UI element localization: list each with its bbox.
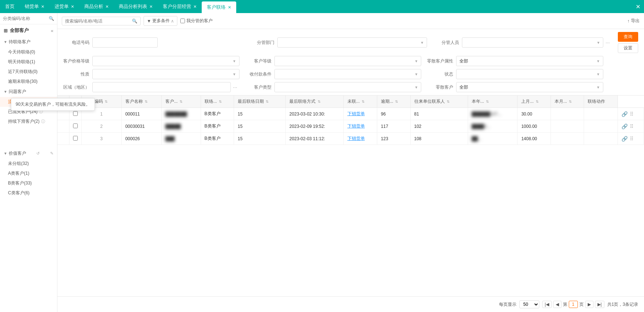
my-customers-checkbox[interactable] <box>180 19 185 23</box>
query-button[interactable]: 查询 <box>618 32 638 42</box>
tab-analysis-list[interactable]: 商品分析列表 ✕ <box>114 0 158 13</box>
sort-last-type-icon[interactable]: ⇅ <box>318 100 321 104</box>
tab-analysis[interactable]: 商品分析 ✕ <box>79 0 114 13</box>
sidebar-group-value-title[interactable]: ▼ 价值客户 ↺ ✎ <box>0 148 57 159</box>
sidebar-group-pending-title[interactable]: ▼ 待联络客户 <box>0 37 57 47</box>
settings-button[interactable]: 设置 <box>618 43 638 53</box>
action-link-icon-1[interactable]: 🔗 <box>621 123 628 129</box>
tab-sales-label: 销货单 <box>25 3 39 10</box>
filter-field-customer-type: 客户类型 ▼ <box>245 82 422 92</box>
sidebar-search-icon: 🔍 <box>49 16 54 21</box>
sort-contact-icon[interactable]: ⇅ <box>219 100 222 104</box>
tab-customer-segment-close[interactable]: ✕ <box>193 4 197 9</box>
tab-customer-contact[interactable]: 客户联络 ✕ <box>202 1 236 13</box>
tab-customer-contact-close[interactable]: ✕ <box>228 5 231 10</box>
action-more-icon-2[interactable]: ⠿ <box>630 136 633 142</box>
sidebar-item-declining[interactable]: 持续下滑客户(2) ⓘ <box>0 117 57 126</box>
sort-date-icon[interactable]: ⇅ <box>266 100 269 104</box>
row-checkbox-2[interactable] <box>69 133 81 145</box>
row-thismonth-0 <box>584 108 617 120</box>
action-link-icon-2[interactable]: 🔗 <box>621 136 628 142</box>
filter-select-customer-level[interactable]: ▼ <box>274 56 422 66</box>
row-name-1: █████ <box>161 120 201 133</box>
last-page-button[interactable]: ▶| <box>595 301 604 308</box>
tab-home[interactable]: 首页 <box>0 0 20 13</box>
row-contact-type-0[interactable]: 下销货单 <box>343 108 377 120</box>
sort-month-icon[interactable]: ⇅ <box>569 100 572 104</box>
filter-field-phone: 电话号码 <box>63 37 242 48</box>
sidebar-item-tomorrow[interactable]: 明天待联络(1) <box>0 57 57 67</box>
tab-sales-close[interactable]: ✕ <box>41 4 44 9</box>
edit-icon[interactable]: ✎ <box>50 151 53 156</box>
refresh-icon[interactable]: ↺ <box>36 151 40 156</box>
sort-nocontact-icon[interactable]: ⇅ <box>362 100 365 104</box>
sidebar-item-c-class-label: C类客户(6) <box>8 190 29 196</box>
sort-code-icon[interactable]: ⇅ <box>105 100 108 104</box>
action-more-icon-1[interactable]: ⠿ <box>630 123 633 129</box>
sidebar-item-b-class[interactable]: B类客户(33) <box>0 178 57 188</box>
filter-select-scatter[interactable]: 全部 ▼ <box>456 82 603 92</box>
sidebar-item-today[interactable]: 今天待联络(0) <box>0 47 57 57</box>
ellipsis-person[interactable]: ··· <box>603 40 612 45</box>
filter-select-person[interactable]: ▼ <box>462 37 603 48</box>
sort-year-icon[interactable]: ⇅ <box>486 100 489 104</box>
sort-type-icon[interactable]: ⇅ <box>180 100 182 104</box>
sidebar-item-overdue[interactable]: 逾期未联络(30) <box>0 77 57 86</box>
filter-select-status[interactable]: ▼ <box>456 69 603 79</box>
tab-purchase-close[interactable]: ✕ <box>71 4 74 9</box>
sidebar-item-7days[interactable]: 近7天待联络(0) <box>0 67 57 77</box>
sort-lastmonth-icon[interactable]: ⇅ <box>536 100 539 104</box>
export-icon: ↑ <box>627 19 629 24</box>
total-label: 共1页，3条记录 <box>607 301 638 308</box>
filter-select-price-level[interactable]: ▼ <box>92 56 240 66</box>
row-no-contact-0: 96 <box>377 108 410 120</box>
filter-field-payment: 收付款条件 ▼ <box>245 69 422 79</box>
filter-select-scatter-attr[interactable]: 全部 ▼ <box>456 56 603 66</box>
action-btns: 查询 设置 <box>618 32 638 53</box>
export-button[interactable]: ↑ 导出 <box>627 18 640 24</box>
filter-field-dept: 分管部门 ▼ <box>248 37 427 48</box>
more-conditions-button[interactable]: ▼ 更多条件 ∧ <box>144 16 177 26</box>
collapse-icon[interactable]: « <box>51 28 53 33</box>
filter-select-nature[interactable]: ▼ <box>92 69 240 79</box>
search-button-icon[interactable]: 🔍 <box>132 19 137 24</box>
filter-field-price-level: 客户价格等级 ▼ <box>63 56 240 66</box>
tab-purchase[interactable]: 进货单 ✕ <box>49 0 79 13</box>
filter-select-region[interactable] <box>92 82 231 92</box>
filter-input-phone[interactable] <box>92 37 158 48</box>
action-more-icon-0[interactable]: ⠿ <box>630 111 633 117</box>
sidebar-item-a-class[interactable]: A类客户(1) <box>0 169 57 178</box>
row-contact-type-1[interactable]: 下销货单 <box>343 120 377 133</box>
tab-customer-segment[interactable]: 客户分层经营 ✕ <box>158 0 202 13</box>
sort-name-icon[interactable]: ⇅ <box>145 100 148 104</box>
tab-home-label: 首页 <box>5 3 15 10</box>
tab-bar-close[interactable]: ✕ <box>636 3 644 10</box>
first-page-button[interactable]: |◀ <box>542 301 552 308</box>
tab-analysis-close[interactable]: ✕ <box>105 4 109 9</box>
sort-person-icon[interactable]: ⇅ <box>447 100 450 104</box>
sidebar-group-problem-title[interactable]: ▼ 问题客户 <box>0 86 57 97</box>
table-header-row: ⚙ 客户编码 ⇅ 客户名称 ⇅ 客户... ⇅ 联络... ⇅ 最后联络日期 ⇅… <box>57 96 644 108</box>
prev-page-button[interactable]: ◀ <box>553 301 562 308</box>
next-page-button[interactable]: ▶ <box>585 301 593 308</box>
sidebar-item-ungrouped[interactable]: 未分组(32) <box>0 159 57 169</box>
filter-select-payment[interactable]: ▼ <box>274 69 422 79</box>
action-link-icon-0[interactable]: 🔗 <box>621 111 628 117</box>
sort-overdue-icon[interactable]: ⇅ <box>395 100 398 104</box>
tab-sales[interactable]: 销货单 ✕ <box>20 0 49 13</box>
filter-select-customer-type[interactable]: ▼ <box>274 82 422 92</box>
sidebar-all-customers[interactable]: ⊞ 全部客户 « <box>0 24 57 37</box>
sidebar-item-today-label: 今天待联络(0) <box>8 49 35 55</box>
filter-select-dept[interactable]: ▼ <box>277 37 427 48</box>
per-page-select[interactable]: 50 20 100 <box>519 300 539 308</box>
row-checkbox-1[interactable] <box>69 120 81 133</box>
sidebar-item-ungrouped-label: 未分组(32) <box>8 161 29 167</box>
row-contact-type-2[interactable]: 下销货单 <box>343 133 377 145</box>
sidebar-search-input[interactable] <box>3 16 47 21</box>
search-input[interactable] <box>65 19 130 24</box>
row-year-1: 1000.00 <box>518 120 551 133</box>
ellipsis-region[interactable]: ··· <box>231 84 240 90</box>
tab-analysis-list-close[interactable]: ✕ <box>149 4 153 9</box>
sidebar-item-c-class[interactable]: C类客户(6) <box>0 188 57 198</box>
customer-table: ⚙ 客户编码 ⇅ 客户名称 ⇅ 客户... ⇅ 联络... ⇅ 最后联络日期 ⇅… <box>57 96 644 145</box>
